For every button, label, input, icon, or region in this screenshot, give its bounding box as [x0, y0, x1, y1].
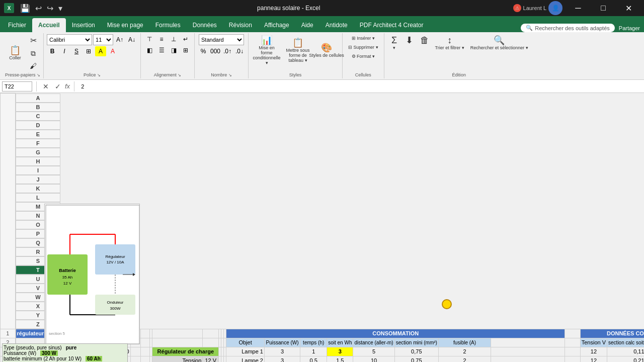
col-J[interactable]: J [16, 175, 60, 184]
cell-styles-button[interactable]: 🎨 Styles de cellules [314, 42, 339, 59]
cell-Q3[interactable]: 5 [353, 347, 394, 356]
copier-button[interactable]: ⧉ [26, 48, 40, 59]
cell-E3[interactable] [130, 347, 140, 356]
cell-W2[interactable]: section calc soit aller-retour [607, 338, 644, 347]
col-H[interactable]: H [16, 157, 60, 166]
confirm-formula-button[interactable]: ✓ [53, 82, 63, 90]
cell-S4[interactable]: 2 [438, 356, 491, 362]
col-E[interactable]: E [16, 130, 60, 139]
col-I[interactable]: I [16, 166, 60, 175]
cell-U1[interactable] [565, 329, 580, 338]
align-middle-button[interactable]: ≡ [156, 34, 167, 44]
maximize-button[interactable]: □ [592, 0, 615, 16]
cell-H3-regulateur[interactable]: Régulateur de charge [152, 347, 219, 356]
cell-T3[interactable] [491, 347, 565, 356]
col-K[interactable]: K [16, 184, 60, 193]
tab-pdf[interactable]: PDF Architect 4 Creator [354, 18, 430, 32]
supprimer-button[interactable]: ⊟ Supprimer ▾ [346, 43, 381, 51]
tab-mise-en-page[interactable]: Mise en page [101, 18, 149, 32]
cell-I4[interactable]: 12 V [203, 356, 219, 362]
cell-F2[interactable] [141, 338, 150, 347]
cell-Q2[interactable]: distance (aller-m) [353, 338, 394, 347]
cell-W3[interactable]: 0,11 [607, 347, 644, 356]
cell-M1-consommation[interactable]: CONSOMMATION [226, 329, 565, 338]
cell-reference-input[interactable] [2, 81, 32, 92]
couper-button[interactable]: ✂ [26, 34, 40, 47]
cell-M2-objet[interactable]: Objet [226, 338, 265, 347]
undo-button[interactable]: ↩ [33, 3, 44, 14]
cell-F1[interactable] [141, 329, 150, 338]
tab-antidote[interactable]: Antidote [319, 18, 354, 32]
cell-V4[interactable]: 12 [580, 356, 607, 362]
cell-T4[interactable] [491, 356, 565, 362]
col-F[interactable]: F [16, 139, 60, 148]
share-button[interactable]: Partager [619, 25, 640, 31]
wrap-text-button[interactable]: ↵ [180, 34, 191, 44]
align-top-button[interactable]: ⊤ [144, 34, 155, 44]
border-button[interactable]: ⊞ [83, 46, 94, 56]
fill-color-button[interactable]: A [95, 46, 106, 56]
cell-N3[interactable]: 3 [264, 347, 300, 356]
tab-formules[interactable]: Formules [149, 18, 187, 32]
thousands-button[interactable]: 000 [210, 46, 221, 56]
cell-I1[interactable] [203, 329, 219, 338]
tab-revision[interactable]: Révision [223, 18, 258, 32]
rechercher-button[interactable]: 🔍 Rechercher et sélectionner ▾ [468, 34, 531, 52]
cell-V3[interactable]: 12 [580, 347, 607, 356]
cell-H1[interactable] [152, 329, 203, 338]
cell-R3[interactable]: 0,75 [394, 347, 438, 356]
tab-affichage[interactable]: Affichage [258, 18, 295, 32]
cell-U3[interactable] [565, 347, 580, 356]
cell-H4[interactable]: Tension [152, 356, 203, 362]
cell-P3[interactable]: 3 [327, 347, 353, 356]
align-bottom-button[interactable]: ⊥ [168, 34, 179, 44]
trier-filtrer-button[interactable]: ↕ Trier et filtrer ▾ [433, 34, 467, 52]
font-color-button[interactable]: A [107, 46, 118, 56]
cancel-formula-button[interactable]: ✕ [41, 82, 51, 90]
tab-aide[interactable]: Aide [295, 18, 319, 32]
align-right-button[interactable]: ◨ [168, 45, 179, 55]
cell-H2[interactable] [152, 338, 203, 347]
reproduire-format-button[interactable]: 🖌 [26, 60, 40, 71]
cell-P2[interactable]: soit en Wh [327, 338, 353, 347]
table-format-button[interactable]: 📋 Mettre sous forme de tableau ▾ [283, 37, 313, 64]
cell-S3[interactable]: 2 [438, 347, 491, 356]
cell-O2[interactable]: temps (h) [300, 338, 327, 347]
cell-N2[interactable]: Puissance (W) [264, 338, 300, 347]
increase-decimal-button[interactable]: .0↑ [222, 46, 233, 56]
tab-fichier[interactable]: Fichier [2, 18, 32, 32]
cell-U4[interactable] [565, 356, 580, 362]
cell-U2[interactable] [565, 338, 580, 347]
col-L[interactable]: L [16, 193, 60, 202]
cell-F4[interactable] [141, 356, 150, 362]
formula-input[interactable] [78, 81, 642, 92]
row-num-1[interactable]: 1 [1, 329, 16, 338]
font-decrease-button[interactable]: A↓ [126, 35, 137, 45]
font-size-select[interactable]: 11 [93, 34, 113, 45]
font-increase-button[interactable]: A↑ [114, 35, 125, 45]
cell-V2[interactable]: Tension V [580, 338, 607, 347]
tab-insertion[interactable]: Insertion [66, 18, 101, 32]
cell-F3[interactable] [141, 347, 150, 356]
somme-auto-button[interactable]: Σ ▾ [387, 34, 401, 52]
close-button[interactable]: ✕ [617, 0, 640, 16]
align-left-button[interactable]: ◧ [144, 45, 155, 55]
underline-button[interactable]: S [71, 46, 82, 56]
remplissage-button[interactable]: ⬇ [403, 34, 417, 52]
cell-W4[interactable]: 0,21 [607, 356, 644, 362]
effacer-button[interactable]: 🗑 [418, 34, 432, 52]
cell-M3[interactable]: Lampe 1 [226, 347, 265, 356]
col-A[interactable]: A [16, 94, 60, 103]
italic-button[interactable]: I [59, 46, 70, 56]
align-center-button[interactable]: ☰ [156, 45, 167, 55]
cell-N4[interactable]: 3 [264, 356, 300, 362]
merge-center-button[interactable]: ⊞ [180, 45, 191, 55]
decrease-decimal-button[interactable]: .0↓ [234, 46, 245, 56]
customize-button[interactable]: ▾ [56, 3, 64, 14]
coller-button[interactable]: 📋 Coller [5, 44, 25, 62]
cell-P4[interactable]: 1,5 [327, 356, 353, 362]
percent-button[interactable]: % [198, 46, 209, 56]
col-B[interactable]: B [16, 103, 60, 112]
cell-T2[interactable] [491, 338, 565, 347]
cell-O4[interactable]: 0,5 [300, 356, 327, 362]
